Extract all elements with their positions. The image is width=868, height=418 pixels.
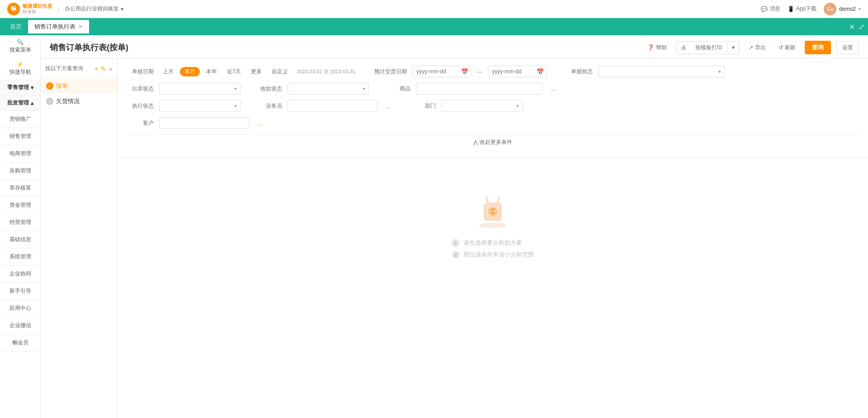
refresh-icon: ↺ [778,44,783,51]
add-scheme-button[interactable]: + [94,65,98,72]
sidebar-item-sales[interactable]: 销售管理 [0,128,40,145]
edit-scheme-button[interactable]: ✎ [101,65,106,72]
date-tab-last7days[interactable]: 近7天 [223,67,245,76]
tab-actions: ✕ ⤢ [849,23,864,31]
tab-maximize-button[interactable]: ⤢ [859,23,864,31]
svg-point-8 [485,197,488,200]
tab-close-button[interactable]: ✕ [849,23,855,31]
tab-close-icon[interactable]: ✕ [78,24,83,30]
hint-num-2: 2 [452,251,460,259]
status-label: 单据状态 [566,68,593,76]
empty-state: 1 请先选择要分析的方案 2 用过滤条件来缩小分析范围 [118,157,868,295]
customer-dots-button[interactable]: ... [255,119,266,128]
newbie-label: 新手引导 [9,287,31,295]
payment-label: 收款状态 [255,85,282,93]
filter-row-1: 单据日期 上月 本月 本年 近7天 更多 自定义 2023-03-01 至 20… [127,66,859,77]
sidebar-item-basic[interactable]: 基础信息 [0,231,40,248]
top-bar: 畅 畅捷通好生意 标准版 | 办公用品行业模拟账套 ▾ 💬 消息 📱 App下载… [0,0,868,18]
sidebar-item-system[interactable]: 系统管理 [0,248,40,266]
sidebar-item-marketing[interactable]: 营销推广 [0,111,40,128]
sidebar-item-appstore[interactable]: 应用中心 [0,300,40,317]
page-actions: ❓ 帮助 🖨 按模板打印 ▾ ↗ 导出 ↺ 刷新 [644,41,859,54]
payment-select-wrapper [288,83,369,95]
sidebar-item-finance[interactable]: 资金管理 [0,197,40,214]
sidebar-item-stock[interactable]: 库存核算 [0,180,40,197]
app-title-line1: 畅捷通好生意 [23,3,52,9]
sidebar-item-newbie[interactable]: 新手引导 [0,283,40,300]
print-label: 按模板打印 [691,42,727,54]
ecom-label: 电商管理 [9,150,31,157]
salesperson-dots-button[interactable]: ... [383,101,394,110]
help-button[interactable]: ❓ 帮助 [644,42,670,53]
breadcrumb[interactable]: 办公用品行业模拟账套 ▾ [65,5,123,13]
sidebar-item-member[interactable]: 畅会员 [0,334,40,352]
sidebar-item-ops[interactable]: 经营管理 [0,214,40,231]
breadcrumb-arrow-icon: ▾ [121,6,123,12]
user-menu[interactable]: Ea demo2 ▾ [824,3,861,15]
date-tab-currentyear[interactable]: 本年 [203,67,221,76]
avatar: Ea [824,3,836,15]
sidebar-item-wechat[interactable]: 企业微信 [0,317,40,334]
export-button[interactable]: ↗ 导出 [745,42,769,53]
marketing-label: 营销推广 [9,115,31,123]
customer-input[interactable] [159,117,250,129]
print-button-group[interactable]: 🖨 按模板打印 ▾ [676,41,740,54]
message-button[interactable]: 💬 消息 [761,5,780,13]
filter-row-4: 客户 ... [127,117,859,129]
empty-hints: 1 请先选择要分析的方案 2 用过滤条件来缩小分析范围 [452,239,534,259]
sidebar-item-purchase[interactable]: 采购管理 [0,162,40,180]
print-arrow-icon[interactable]: ▾ [727,42,739,53]
app-download-button[interactable]: 📱 App下载 [788,5,816,13]
dept-select-wrapper [441,100,523,112]
hint-num-1: 1 [452,239,460,247]
left-panel-tools: + ✎ « [94,65,113,72]
outbound-label: 出库状态 [127,85,154,93]
empty-hint-1: 1 请先选择要分析的方案 [452,239,534,247]
scheme-item-按单[interactable]: ✓ 按单 [41,78,117,94]
status-select[interactable] [598,66,725,77]
collapse-panel-button[interactable]: « [109,65,113,72]
refresh-label: 刷新 [785,44,796,52]
search-icon: 🔍 [17,39,24,45]
sidebar-item-retail[interactable]: 零售管理 ▾ [0,80,40,95]
sidebar-item-quicknav[interactable]: ⚡ 快捷导航 [0,57,40,80]
purchase-label: 采购管理 [9,167,31,175]
tab-home[interactable]: 首页 [4,20,28,33]
execution-select[interactable] [159,100,241,112]
payment-select[interactable] [288,83,369,95]
sidebar-item-wholesale[interactable]: 批发管理 ▴ [0,95,40,111]
scheme-label-欠货情况: 欠货情况 [56,97,80,105]
dept-select[interactable] [441,100,523,112]
quicknav-label: 快捷导航 [9,68,31,76]
settings-button[interactable]: 设置 [836,41,859,54]
user-name: demo2 [839,6,856,12]
help-label: 帮助 [656,44,667,52]
outbound-select[interactable] [159,83,241,95]
salesperson-input[interactable] [288,100,378,112]
dept-label: 部门 [409,102,436,110]
product-input[interactable] [416,83,542,95]
query-button[interactable]: 查询 [805,41,831,54]
main-area: 🔍 搜索菜单 ⚡ 快捷导航 零售管理 ▾ 批发管理 ▴ 营销推广 销售管理 电商… [0,35,868,418]
two-col-area: 按以下方案查询 + ✎ « ✓ 按单 ○ 欠货情况 [41,58,868,418]
empty-illustration [475,194,511,230]
collapse-filter-button[interactable]: ⋀ 收起更多条件 [127,134,859,150]
page-title: 销售订单执行表(按单) [50,42,128,53]
date-tab-custom[interactable]: 自定义 [268,67,292,76]
left-panel-header: 按以下方案查询 + ✎ « [41,63,117,76]
sidebar-search[interactable]: 🔍 搜索菜单 [0,35,40,57]
date-tab-lastmonth[interactable]: 上月 [159,67,177,76]
date-tab-more[interactable]: 更多 [247,67,265,76]
scheme-dot-active: ✓ [46,82,53,90]
sidebar-item-ecom[interactable]: 电商管理 [0,145,40,162]
sidebar: 🔍 搜索菜单 ⚡ 快捷导航 零售管理 ▾ 批发管理 ▴ 营销推广 销售管理 电商… [0,35,41,418]
refresh-button[interactable]: ↺ 刷新 [775,42,799,53]
product-dots-button[interactable]: ... [548,84,559,93]
date-tab-currentmonth[interactable]: 本月 [180,67,200,76]
stock-label: 库存核算 [9,184,31,192]
scheme-item-欠货情况[interactable]: ○ 欠货情况 [41,94,117,109]
calendar-end-icon: 📅 [537,68,544,75]
customer-label: 客户 [127,119,154,127]
sidebar-item-enterprise[interactable]: 企业协同 [0,266,40,283]
tab-sales-order[interactable]: 销售订单执行表 ✕ [28,20,89,33]
